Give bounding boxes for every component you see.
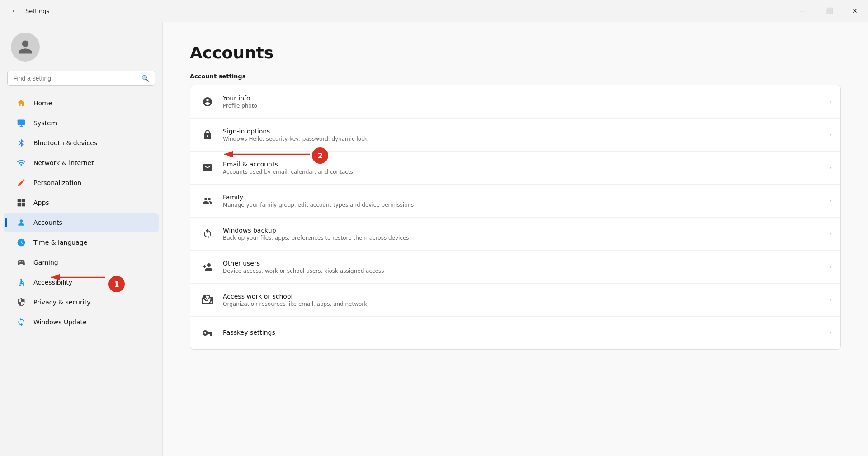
search-box[interactable]: 🔍 bbox=[7, 71, 155, 86]
chevron-icon: › bbox=[829, 297, 831, 303]
sign-in-icon bbox=[199, 127, 216, 143]
sidebar-item-privacy-label: Privacy & security bbox=[33, 299, 90, 306]
privacy-icon bbox=[16, 297, 26, 307]
settings-item-family[interactable]: Family Manage your family group, edit ac… bbox=[190, 185, 840, 218]
sidebar-item-system[interactable]: System bbox=[4, 114, 159, 133]
passkey-text: Passkey settings bbox=[223, 329, 822, 337]
work-school-desc: Organization resources like email, apps,… bbox=[223, 301, 822, 307]
your-info-title: Your info bbox=[223, 95, 822, 102]
sidebar-item-apps[interactable]: Apps bbox=[4, 193, 159, 212]
profile-section bbox=[0, 22, 162, 67]
your-info-text: Your info Profile photo bbox=[223, 95, 822, 109]
sidebar-item-personalization[interactable]: Personalization bbox=[4, 173, 159, 192]
sign-in-text: Sign-in options Windows Hello, security … bbox=[223, 128, 822, 142]
email-text: Email & accounts Accounts used by email,… bbox=[223, 161, 822, 175]
settings-item-other-users[interactable]: Other users Device access, work or schoo… bbox=[190, 251, 840, 284]
backup-desc: Back up your files, apps, preferences to… bbox=[223, 235, 822, 241]
sidebar-item-update-label: Windows Update bbox=[33, 318, 87, 326]
chevron-icon: › bbox=[829, 198, 831, 204]
sidebar-item-update[interactable]: Windows Update bbox=[4, 313, 159, 332]
other-users-icon bbox=[199, 259, 216, 275]
personalization-icon bbox=[16, 178, 26, 188]
apps-icon bbox=[16, 198, 26, 208]
search-icon: 🔍 bbox=[142, 75, 149, 82]
svg-rect-2 bbox=[22, 199, 25, 203]
svg-point-5 bbox=[20, 279, 22, 280]
settings-item-passkey[interactable]: Passkey settings › bbox=[190, 317, 840, 349]
chevron-icon: › bbox=[829, 165, 831, 171]
maximize-button[interactable]: ⬜ bbox=[816, 0, 842, 22]
minimize-button[interactable]: ─ bbox=[789, 0, 816, 22]
work-school-text: Access work or school Organization resou… bbox=[223, 293, 822, 307]
other-users-desc: Device access, work or school users, kio… bbox=[223, 268, 822, 274]
settings-list: Your info Profile photo › Sign-in option… bbox=[190, 85, 841, 350]
sign-in-desc: Windows Hello, security key, password, d… bbox=[223, 136, 822, 142]
work-school-icon bbox=[199, 292, 216, 308]
sidebar-item-time-label: Time & language bbox=[33, 239, 87, 246]
email-title: Email & accounts bbox=[223, 161, 822, 168]
chevron-icon: › bbox=[829, 99, 831, 105]
your-info-desc: Profile photo bbox=[223, 103, 822, 109]
gaming-icon bbox=[16, 257, 26, 267]
home-icon bbox=[16, 98, 26, 108]
update-icon bbox=[16, 317, 26, 327]
system-icon bbox=[16, 118, 26, 128]
svg-rect-1 bbox=[18, 199, 21, 203]
sidebar-item-system-label: System bbox=[33, 119, 57, 127]
sidebar-item-time[interactable]: Time & language bbox=[4, 233, 159, 252]
sidebar-item-apps-label: Apps bbox=[33, 199, 49, 206]
titlebar: ← Settings ─ ⬜ ✕ bbox=[0, 0, 868, 22]
chevron-icon: › bbox=[829, 132, 831, 138]
other-users-title: Other users bbox=[223, 260, 822, 267]
family-text: Family Manage your family group, edit ac… bbox=[223, 194, 822, 208]
settings-item-email[interactable]: Email & accounts Accounts used by email,… bbox=[190, 152, 840, 185]
settings-item-your-info[interactable]: Your info Profile photo › bbox=[190, 86, 840, 119]
network-icon bbox=[16, 158, 26, 168]
sidebar-item-home-label: Home bbox=[33, 100, 52, 107]
sidebar-item-accounts-label: Accounts bbox=[33, 219, 62, 226]
family-desc: Manage your family group, edit account t… bbox=[223, 202, 822, 208]
accessibility-icon bbox=[16, 277, 26, 287]
window-controls: ─ ⬜ ✕ bbox=[789, 0, 868, 22]
sidebar-item-network-label: Network & internet bbox=[33, 159, 94, 166]
sidebar-item-accounts[interactable]: Accounts bbox=[4, 213, 159, 232]
page-title: Accounts bbox=[190, 43, 841, 62]
app-body: 🔍 Home System Bluetooth & devices bbox=[0, 22, 868, 456]
chevron-icon: › bbox=[829, 264, 831, 270]
sign-in-title: Sign-in options bbox=[223, 128, 822, 135]
email-desc: Accounts used by email, calendar, and co… bbox=[223, 169, 822, 175]
search-input[interactable] bbox=[13, 75, 138, 82]
your-info-icon bbox=[199, 94, 216, 110]
backup-icon bbox=[199, 226, 216, 242]
passkey-title: Passkey settings bbox=[223, 329, 822, 336]
bluetooth-icon bbox=[16, 138, 26, 148]
main-content: Accounts Account settings Your info Prof… bbox=[163, 22, 868, 456]
sidebar-item-gaming[interactable]: Gaming bbox=[4, 253, 159, 272]
chevron-icon: › bbox=[829, 330, 831, 336]
close-button[interactable]: ✕ bbox=[842, 0, 868, 22]
sidebar-item-privacy[interactable]: Privacy & security bbox=[4, 293, 159, 312]
sidebar-item-network[interactable]: Network & internet bbox=[4, 153, 159, 172]
avatar bbox=[11, 33, 40, 62]
work-school-title: Access work or school bbox=[223, 293, 822, 300]
settings-item-backup[interactable]: Windows backup Back up your files, apps,… bbox=[190, 218, 840, 251]
svg-rect-4 bbox=[22, 203, 25, 207]
other-users-text: Other users Device access, work or schoo… bbox=[223, 260, 822, 274]
sidebar-item-bluetooth[interactable]: Bluetooth & devices bbox=[4, 133, 159, 152]
sidebar: 🔍 Home System Bluetooth & devices bbox=[0, 22, 163, 456]
section-label: Account settings bbox=[190, 73, 841, 80]
settings-item-work-school[interactable]: Access work or school Organization resou… bbox=[190, 284, 840, 317]
chevron-icon: › bbox=[829, 231, 831, 237]
email-icon bbox=[199, 160, 216, 176]
sidebar-item-bluetooth-label: Bluetooth & devices bbox=[33, 139, 97, 147]
back-button[interactable]: ← bbox=[7, 4, 22, 18]
svg-rect-0 bbox=[18, 120, 25, 125]
accounts-icon bbox=[16, 218, 26, 228]
settings-item-sign-in[interactable]: Sign-in options Windows Hello, security … bbox=[190, 119, 840, 152]
family-icon bbox=[199, 193, 216, 209]
sidebar-item-accessibility[interactable]: Accessibility bbox=[4, 273, 159, 292]
svg-rect-3 bbox=[18, 203, 21, 207]
sidebar-item-home[interactable]: Home bbox=[4, 94, 159, 113]
passkey-icon bbox=[199, 325, 216, 341]
backup-title: Windows backup bbox=[223, 227, 822, 234]
